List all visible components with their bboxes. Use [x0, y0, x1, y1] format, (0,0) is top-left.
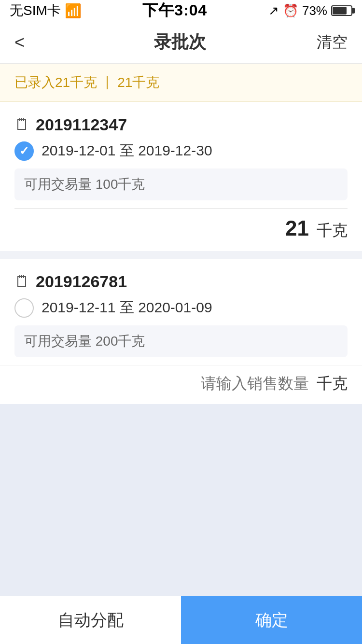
- batch-card-2: 🗒 2019126781 2019-12-11 至 2020-01-09 可用交…: [0, 259, 362, 404]
- battery-icon: [331, 5, 352, 16]
- amount-value-1: 21: [285, 216, 309, 240]
- battery-fill: [333, 7, 347, 14]
- bottom-space: [0, 404, 362, 597]
- amount-row-1: 21 千克: [0, 209, 362, 251]
- status-left: 无SIM卡 📶: [10, 1, 82, 20]
- wifi-icon: 📶: [65, 3, 82, 19]
- status-right: ↗ ⏰ 73%: [268, 3, 352, 18]
- available-box-1: 可用交易量 100千克: [14, 168, 348, 200]
- summary-banner: 已录入21千克 21千克: [0, 64, 362, 102]
- carrier-text: 无SIM卡: [10, 1, 61, 20]
- batch-item-2: 🗒 2019126781 2019-12-11 至 2020-01-09 可用交…: [0, 259, 362, 357]
- batch-header-2: 🗒 2019126781: [14, 272, 348, 291]
- summary-divider: [107, 76, 108, 89]
- auto-distribute-button[interactable]: 自动分配: [0, 596, 181, 644]
- batch-card-1: 🗒 2019112347 2019-12-01 至 2019-12-30 可用交…: [0, 102, 362, 251]
- section-divider: [0, 251, 362, 259]
- battery-percent: 73%: [302, 3, 327, 18]
- status-bar: 无SIM卡 📶 下午3:04 ↗ ⏰ 73%: [0, 0, 362, 21]
- amount-unit-2: 千克: [317, 373, 348, 394]
- batch-date-1: 2019-12-01 至 2019-12-30: [42, 141, 212, 161]
- batch-doc-icon-2: 🗒: [14, 273, 30, 291]
- batch-date-row-2[interactable]: 2019-12-11 至 2020-01-09: [14, 298, 348, 318]
- clear-button[interactable]: 清空: [317, 32, 348, 53]
- available-box-2: 可用交易量 200千克: [14, 325, 348, 357]
- batch-id-2: 2019126781: [36, 272, 127, 291]
- nav-bar: < 录批次 清空: [0, 21, 362, 64]
- summary-recorded-label: 已录入21千克: [14, 73, 97, 92]
- batch-header-1: 🗒 2019112347: [14, 115, 348, 134]
- amount-unit-1: 千克: [317, 220, 348, 241]
- batch-date-2: 2019-12-11 至 2020-01-09: [42, 298, 212, 318]
- page-title: 录批次: [154, 30, 206, 54]
- batch-doc-icon-1: 🗒: [14, 116, 30, 134]
- alarm-icon: ⏰: [283, 3, 298, 18]
- back-button[interactable]: <: [14, 32, 43, 53]
- footer: 自动分配 确定: [0, 596, 362, 644]
- amount-input-2[interactable]: [14, 375, 309, 392]
- batch-radio-1[interactable]: [14, 141, 34, 161]
- batch-id-1: 2019112347: [36, 115, 127, 134]
- amount-input-row-2[interactable]: 千克: [0, 365, 362, 404]
- summary-value: 21千克: [117, 73, 159, 92]
- batch-date-row-1[interactable]: 2019-12-01 至 2019-12-30: [14, 141, 348, 161]
- batch-radio-2[interactable]: [14, 298, 34, 318]
- status-time: 下午3:04: [142, 0, 207, 21]
- confirm-button[interactable]: 确定: [181, 596, 362, 644]
- gps-icon: ↗: [268, 3, 279, 18]
- batch-item-1: 🗒 2019112347 2019-12-01 至 2019-12-30 可用交…: [0, 102, 362, 200]
